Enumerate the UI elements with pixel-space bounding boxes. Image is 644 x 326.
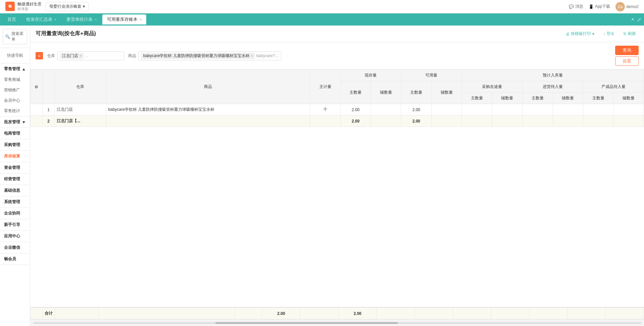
td-unit-1: 个 bbox=[310, 104, 340, 115]
td-index-2: 2 bbox=[43, 115, 55, 127]
toggle-icon: » bbox=[38, 53, 41, 58]
close-all-tabs-button[interactable]: × bbox=[631, 16, 634, 22]
footer-prod-aux bbox=[606, 308, 644, 319]
scroll-thumb[interactable] bbox=[215, 322, 398, 324]
warehouse-filter-tags[interactable]: 江北门店 × ... bbox=[57, 51, 124, 60]
footer-avail-main: 2.00 bbox=[338, 308, 377, 319]
footer-product bbox=[99, 308, 235, 319]
sidebar-operations-header[interactable]: 经营管理 bbox=[0, 174, 30, 185]
sidebar-quick-nav[interactable]: 快捷导航 bbox=[0, 50, 30, 61]
horizontal-scrollbar[interactable] bbox=[33, 322, 641, 324]
footer-unit bbox=[235, 308, 262, 319]
td-prod-aux-2 bbox=[613, 115, 644, 127]
refresh-button[interactable]: ↻ 刷新 bbox=[621, 30, 639, 38]
tab-order-stats[interactable]: 要货单统计表 × bbox=[62, 14, 101, 25]
sidebar-section-finance: 资金管理 bbox=[0, 162, 30, 174]
tab-order-label: 要货单统计表 bbox=[66, 16, 93, 22]
sidebar-item-retail-stats[interactable]: 零售统计 bbox=[0, 106, 30, 116]
chevron-icon-2: ▼ bbox=[22, 120, 26, 125]
footer-prod-main bbox=[568, 308, 606, 319]
sidebar-purchase-header[interactable]: 采购管理 bbox=[0, 139, 30, 150]
tab-receive-close[interactable]: × bbox=[54, 17, 56, 21]
th-purchase-pending-aux: 辅数量 bbox=[553, 93, 583, 104]
tab-available-close[interactable]: × bbox=[140, 17, 142, 21]
product-filter-tags[interactable]: babycare学饮杯 儿童防摔防撞吸管杯重力球吸嘴杯宝宝水杯 × babyca… bbox=[138, 51, 281, 60]
search-icon: 🔍 bbox=[5, 34, 10, 39]
product-tag-close[interactable]: × bbox=[251, 54, 253, 58]
tab-available-ledger[interactable]: 可用量库存账本 × bbox=[102, 14, 146, 25]
top-bar-right: 💬 消息 📱 App下载 Ea demo2 bbox=[569, 2, 639, 11]
sidebar-section-newbie: 新手引导 bbox=[0, 219, 30, 231]
template-print-button[interactable]: 🖨 按模板打印 ▾ bbox=[563, 30, 597, 38]
tab-order-close[interactable]: × bbox=[95, 17, 97, 21]
th-warehouse: 仓库 bbox=[55, 70, 106, 104]
td-prod-main-2 bbox=[583, 115, 613, 127]
settings-button[interactable]: 设置 bbox=[615, 56, 639, 66]
tab-home[interactable]: 首页 bbox=[3, 14, 21, 25]
td-pt-aux-2 bbox=[492, 115, 522, 127]
td-stock-aux-2 bbox=[371, 115, 401, 127]
sidebar-system-label: 系统管理 bbox=[4, 199, 20, 205]
avatar: Ea bbox=[615, 2, 625, 11]
tab-available-label: 可用量库存账本 bbox=[107, 16, 138, 22]
sidebar-section-collab: 企业协同 bbox=[0, 208, 30, 219]
td-avail-main-1: 2.00 bbox=[401, 104, 431, 115]
sidebar-retail-header[interactable]: 零售管理 ▲ bbox=[0, 63, 30, 75]
page-header: 可用量查询(按仓库+商品) 🖨 按模板打印 ▾ ↑ 导出 ↻ 刷新 bbox=[30, 26, 644, 42]
industry-selector[interactable]: 母婴行业演示账套 ▾ bbox=[46, 2, 89, 11]
sidebar-ecommerce-header[interactable]: 电商管理 bbox=[0, 128, 30, 139]
sidebar-finance-label: 资金管理 bbox=[4, 165, 20, 171]
sidebar-basic-header[interactable]: 基础信息 bbox=[0, 185, 30, 196]
logo-text-group: 畅捷通好生意 标准版 bbox=[17, 2, 42, 11]
query-button[interactable]: 查询 bbox=[615, 46, 639, 55]
td-avail-aux-1 bbox=[431, 104, 462, 115]
filter-toggle-button[interactable]: » bbox=[36, 52, 43, 59]
message-button[interactable]: 💬 消息 bbox=[569, 4, 583, 9]
td-stock-aux-1 bbox=[371, 104, 401, 115]
td-pp-main-1 bbox=[523, 104, 553, 115]
th-purchase-transit-main: 主数量 bbox=[462, 93, 492, 104]
sidebar-system-header[interactable]: 系统管理 bbox=[0, 196, 30, 207]
warehouse-tag-1: 江北门店 × bbox=[60, 53, 84, 59]
sidebar-inventory-header[interactable]: 库存核算 bbox=[0, 151, 30, 162]
sidebar-section-wecom: 企业微信 bbox=[0, 242, 30, 253]
quick-nav-label: 快捷导航 bbox=[7, 53, 23, 58]
sidebar-item-marketing[interactable]: 营销推广 bbox=[0, 85, 30, 95]
tab-receive-label: 收发存汇总表 bbox=[26, 16, 52, 22]
sidebar-finance-header[interactable]: 资金管理 bbox=[0, 162, 30, 173]
sidebar-item-retail-mall[interactable]: 零售商城 bbox=[0, 75, 30, 85]
user-profile[interactable]: Ea demo2 bbox=[615, 2, 639, 11]
sidebar-retail-label: 零售管理 bbox=[4, 66, 20, 72]
td-prod-aux-1 bbox=[613, 104, 644, 115]
logo-icon: 畅 bbox=[5, 2, 15, 11]
sidebar-appstore-header[interactable]: 应用中心 bbox=[0, 231, 30, 242]
product-ellipsis: babycare?... bbox=[256, 53, 278, 58]
sidebar-newbie-header[interactable]: 新手引导 bbox=[0, 219, 30, 230]
expand-button[interactable]: ⤢ bbox=[637, 16, 641, 23]
sidebar-vip-label: 畅会员 bbox=[4, 256, 16, 262]
td-warehouse-1: 江北门店 bbox=[55, 104, 106, 115]
th-product: 商品 bbox=[106, 70, 310, 104]
sidebar-item-members[interactable]: 会员中心 bbox=[0, 95, 30, 106]
sidebar-members-label: 会员中心 bbox=[4, 98, 20, 103]
export-button[interactable]: ↑ 导出 bbox=[600, 30, 617, 38]
app-download-button[interactable]: 📱 App下载 bbox=[589, 4, 610, 9]
td-warehouse-2: 江北门店【... bbox=[55, 115, 106, 127]
logo-text: 畅捷通好生意 bbox=[17, 2, 42, 6]
sidebar-vip-header[interactable]: 畅会员 bbox=[0, 253, 30, 265]
warehouse-tag-close[interactable]: × bbox=[79, 54, 82, 58]
th-settings: ⚙ bbox=[31, 70, 43, 104]
sidebar-appstore-label: 应用中心 bbox=[4, 233, 20, 239]
sidebar-wecom-header[interactable]: 企业微信 bbox=[0, 242, 30, 253]
sidebar-collab-header[interactable]: 企业协同 bbox=[0, 208, 30, 219]
th-purchase-transit-group: 采购在途量 bbox=[462, 81, 523, 93]
sidebar-section-operations: 经营管理 bbox=[0, 174, 30, 185]
th-planned-inbound-group: 预计入库量 bbox=[462, 70, 644, 81]
search-menu-button[interactable]: 🔍 搜索菜单 bbox=[3, 29, 27, 44]
th-production-pending-main: 主数量 bbox=[583, 93, 613, 104]
sidebar-section-system: 系统管理 bbox=[0, 196, 30, 208]
tab-receive-summary[interactable]: 收发存汇总表 × bbox=[21, 14, 61, 25]
main-layout: 🔍 搜索菜单 快捷导航 零售管理 ▲ 零售商城 营销推广 会员中心 bbox=[0, 26, 644, 326]
footer-label: 合计 bbox=[43, 308, 55, 319]
sidebar-wholesale-header[interactable]: 批发管理 ▼ bbox=[0, 117, 30, 128]
